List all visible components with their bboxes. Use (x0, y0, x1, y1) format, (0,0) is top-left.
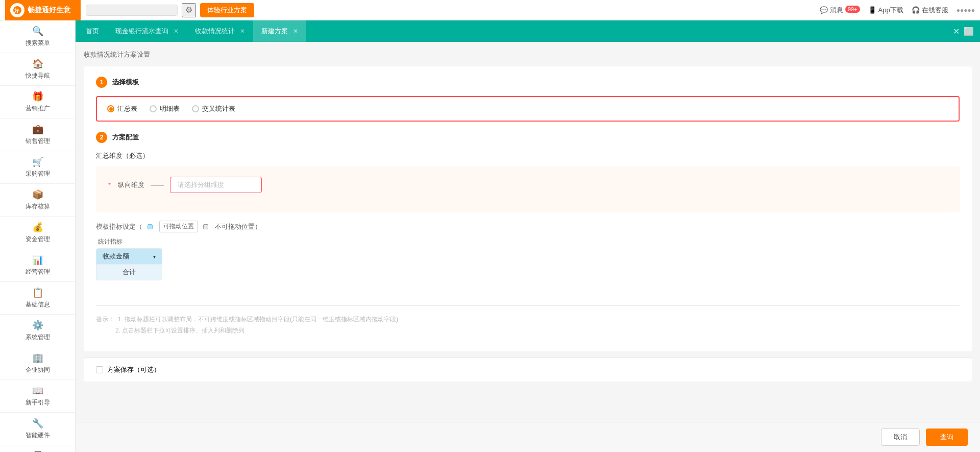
sidebar-item-nav[interactable]: 🏠 快捷导航 (0, 53, 75, 86)
arrow-icon: —— (151, 181, 164, 189)
step2-label: 方案配置 (112, 133, 139, 142)
support-label: 在线客服 (922, 6, 948, 15)
inventory-icon: 📦 (32, 189, 43, 200)
breadcrumb-bar: ⚙ 体验行业方案 (81, 3, 820, 17)
sidebar-item-purchase[interactable]: 🛒 采购管理 (0, 151, 75, 184)
immovable-tag: 不可拖动位置） (215, 222, 261, 231)
sidebar-label-search: 搜索菜单 (26, 39, 50, 47)
step1-header: 1 选择模板 (96, 77, 960, 88)
messages-label: 消息 (830, 6, 843, 15)
column-dropdown-arrow[interactable]: ▾ (153, 254, 156, 259)
tip2: 2. 点击标题栏下拉可设置排序、插入列和删除列 (96, 325, 960, 337)
sidebar-item-base[interactable]: 📋 基础信息 (0, 282, 75, 315)
query-button[interactable]: 查询 (926, 429, 968, 446)
radio-cross[interactable]: 交叉统计表 (192, 104, 235, 113)
sidebar-label-base: 基础信息 (26, 300, 50, 309)
save-option: 方案保存（可选） (84, 358, 972, 382)
sidebar-item-marketing[interactable]: 🎁 营销推广 (0, 86, 75, 118)
tip1: 提示： 1. 拖动标题栏可以调整布局，不可跨维度或指标区域拖动目字段(只能在同一… (96, 314, 960, 325)
top-right-area: 💬 消息 99+ 📱 App下载 🎧 在线客服 ●●●●● (820, 6, 975, 15)
cancel-button[interactable]: 取消 (881, 429, 920, 446)
sidebar-item-system[interactable]: ⚙️ 系统管理 (0, 315, 75, 347)
radio-cross-label: 交叉统计表 (202, 104, 235, 113)
movable-tag: 可拖动位置 (159, 221, 198, 232)
sidebar-item-search[interactable]: 🔍 搜索菜单 (0, 20, 75, 53)
sidebar-label-management: 经营管理 (26, 268, 50, 276)
save-checkbox[interactable] (96, 366, 103, 373)
indicator-column-header[interactable]: 收款金额 ▾ (96, 249, 162, 265)
main-layout: 🔍 搜索菜单 🏠 快捷导航 🎁 营销推广 💼 销售管理 🛒 采购管理 📦 库存核… (0, 0, 980, 452)
sidebar-item-hardware[interactable]: 🔧 智能硬件 (0, 413, 75, 445)
radio-detail-circle (150, 105, 157, 112)
movable-indicator-grey (203, 224, 208, 229)
tab-close-btn[interactable]: ✕ (953, 27, 960, 36)
summary-dimension-title: 汇总维度（必选） (96, 151, 960, 160)
sidebar-label-nav: 快捷导航 (26, 72, 50, 80)
tab-bank-flow-close[interactable]: ✕ (174, 28, 179, 35)
support-icon: 🎧 (912, 6, 920, 14)
sidebar-label-purchase: 采购管理 (26, 170, 50, 178)
sidebar-label-hardware: 智能硬件 (26, 431, 50, 440)
step2-section: 2 方案配置 汇总维度（必选） * 纵向维度 —— 请选择分组维度 (96, 132, 960, 341)
summary-title-text: 汇总维度（必选） (96, 152, 149, 159)
sidebar-label-marketing: 营销推广 (26, 104, 50, 113)
main-card: 1 选择模板 汇总表 明细表 (84, 66, 972, 351)
column-header-label: 收款金额 (103, 252, 129, 261)
radio-summary[interactable]: 汇总表 (107, 104, 137, 113)
step1-label: 选择模板 (112, 78, 139, 87)
step2-badge: 2 (96, 132, 107, 143)
tab-home[interactable]: 首页 (78, 20, 107, 42)
radio-cross-circle (192, 105, 199, 112)
tab-bank-flow[interactable]: 现金银行流水查询 ✕ (107, 20, 187, 42)
corp-icon: 🏢 (32, 352, 43, 364)
tab-new-plan-close[interactable]: ✕ (293, 28, 298, 35)
step2-header: 2 方案配置 (96, 132, 960, 143)
dimension-placeholder: 请选择分组维度 (178, 181, 224, 188)
page-title: 收款情况统计方案设置 (84, 50, 972, 59)
messages-item[interactable]: 💬 消息 99+ (820, 6, 860, 15)
vertical-label: 纵向维度 (118, 180, 144, 189)
sidebar-item-finance[interactable]: 💰 资金管理 (0, 217, 75, 249)
download-label: App下载 (878, 6, 903, 15)
tab-receipt-stats[interactable]: 收款情况统计 ✕ (187, 20, 253, 42)
sidebar-item-wechat[interactable]: 💬 企业微信 (0, 445, 75, 452)
sidebar-item-management[interactable]: 📊 经营管理 (0, 249, 75, 282)
tab-receipt-stats-label: 收款情况统计 (195, 27, 235, 36)
content-area: 首页 现金银行流水查询 ✕ 收款情况统计 ✕ 新建方案 ✕ ✕ ⬜ 收款情况统计… (76, 20, 980, 452)
management-icon: 📊 (32, 254, 43, 266)
template-radio-group: 汇总表 明细表 交叉统计表 (107, 104, 235, 113)
user-name: ●●●●● (957, 7, 975, 14)
sidebar-item-sales[interactable]: 💼 销售管理 (0, 118, 75, 151)
sidebar-item-inventory[interactable]: 📦 库存核算 (0, 184, 75, 217)
radio-detail[interactable]: 明细表 (150, 104, 180, 113)
tab-receipt-stats-close[interactable]: ✕ (240, 28, 245, 35)
download-item[interactable]: 📱 App下载 (868, 6, 903, 15)
save-label: 方案保存（可选） (107, 365, 160, 374)
download-icon: 📱 (868, 6, 876, 14)
search-icon: 🔍 (32, 26, 43, 37)
trial-btn[interactable]: 体验行业方案 (200, 3, 254, 17)
sidebar-item-corp[interactable]: 🏢 企业协同 (0, 347, 75, 380)
tab-bank-flow-label: 现金银行流水查询 (115, 27, 168, 36)
system-icon: ⚙️ (32, 320, 43, 331)
sidebar-item-guide[interactable]: 📖 新手引导 (0, 380, 75, 413)
sidebar-label-corp: 企业协同 (26, 366, 50, 374)
guide-icon: 📖 (32, 385, 43, 396)
tab-expand-btn[interactable]: ⬜ (964, 27, 974, 36)
indicator-section-label: 统计指标 (96, 237, 960, 246)
tab-bar-right: ✕ ⬜ (953, 27, 978, 36)
finance-icon: 💰 (32, 222, 43, 233)
tab-new-plan-label: 新建方案 (261, 27, 288, 36)
indicator-settings-label: 模板指标设定（ (96, 222, 142, 231)
breadcrumb-input[interactable] (86, 5, 178, 16)
movable-indicator-blue (148, 224, 153, 229)
settings-icon-btn[interactable]: ⚙ (182, 3, 196, 17)
dimension-selector[interactable]: 请选择分组维度 (170, 177, 262, 193)
indicator-table: 收款金额 ▾ 合计 (96, 248, 162, 280)
tab-new-plan[interactable]: 新建方案 ✕ (253, 20, 306, 42)
radio-detail-label: 明细表 (160, 104, 180, 113)
radio-summary-label: 汇总表 (117, 104, 137, 113)
user-item[interactable]: ●●●●● (957, 7, 975, 14)
home-icon: 🏠 (32, 58, 43, 69)
support-item[interactable]: 🎧 在线客服 (912, 6, 948, 15)
